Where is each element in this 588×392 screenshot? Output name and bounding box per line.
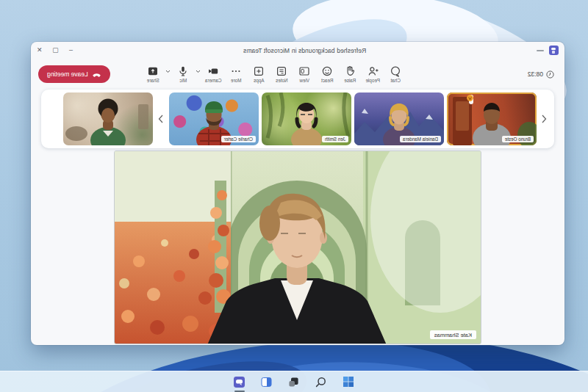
notes-icon [276, 65, 287, 77]
maximize-button[interactable]: ▢ [53, 47, 60, 54]
hang-up-phone-icon [92, 70, 101, 79]
participant-name-label: Jen Smith [322, 136, 348, 142]
notes-button[interactable]: Notes [271, 65, 293, 83]
search-icon [316, 377, 327, 388]
raise-hand-icon [344, 65, 356, 77]
leave-meeting-button[interactable]: Leave meeting [38, 65, 110, 83]
camera-icon [207, 65, 219, 77]
apps-icon [253, 65, 265, 77]
windows-start-icon [343, 376, 354, 388]
share-screen-icon [147, 65, 159, 77]
people-button[interactable]: People [362, 65, 384, 83]
participant-tile-daniela[interactable]: Daniela Mandera [354, 92, 444, 145]
clock-icon [546, 70, 554, 79]
participant-name-label: Daniela Mandera [400, 136, 441, 142]
window-title: Refreshed backgrounds in Microsoft Teams [73, 47, 537, 54]
teams-logo-icon [549, 46, 559, 55]
main-stage-video[interactable]: Kate Shammas [114, 150, 481, 344]
meeting-timer: 08:32 [528, 70, 554, 79]
chat-icon [390, 65, 401, 77]
teams-meeting-window: Refreshed backgrounds in Microsoft Teams… [31, 42, 564, 345]
widgets-icon [262, 377, 273, 388]
self-view-tile[interactable] [63, 92, 153, 145]
laughing-emoji-icon [467, 95, 473, 101]
speaker-name-label: Kate Shammas [430, 330, 476, 339]
widgets-button[interactable] [258, 373, 276, 391]
teams-chat-button[interactable] [231, 373, 248, 391]
task-view-button[interactable] [285, 373, 303, 391]
participant-tile-jen[interactable]: Jen Smith [262, 92, 351, 145]
titlebar: Refreshed backgrounds in Microsoft Teams… [31, 42, 564, 59]
mirrored-desktop: Refreshed backgrounds in Microsoft Teams… [0, 0, 588, 392]
participant-name-label: Charlie Carter [221, 136, 256, 142]
gallery-prev-chevron[interactable] [539, 109, 550, 128]
more-button[interactable]: More [226, 65, 247, 83]
stage-video-kate [114, 151, 481, 344]
search-button[interactable] [312, 373, 330, 391]
mic-icon [177, 65, 189, 77]
participant-tile-bruno[interactable]: Bruno Oeste [447, 92, 537, 145]
mic-dropdown-chevron[interactable] [165, 70, 171, 73]
view-button[interactable]: View [294, 65, 315, 83]
apps-button[interactable]: Apps [248, 65, 270, 83]
camera-dropdown-chevron[interactable] [196, 70, 201, 73]
view-layout-icon [298, 65, 310, 77]
chat-button[interactable]: Chat [385, 65, 406, 83]
react-smiley-icon [321, 65, 333, 77]
minimize-button[interactable]: – [69, 47, 73, 54]
people-icon [367, 65, 379, 77]
camera-button[interactable]: Camera [203, 65, 224, 83]
participant-gallery: Bruno Oeste Daniela Mandera [41, 90, 554, 148]
reaction-badge [469, 95, 473, 104]
raise-hand-button[interactable]: Raise [340, 65, 361, 83]
screenshot-root: Refreshed backgrounds in Microsoft Teams… [0, 0, 588, 392]
meeting-timer-value: 08:32 [528, 70, 543, 78]
more-ellipsis-icon [230, 65, 242, 77]
teams-chat-icon [234, 376, 246, 388]
react-button[interactable]: React [317, 65, 338, 83]
meeting-toolbar: 08:32 Chat People [31, 59, 564, 88]
participant-name-label: Bruno Oeste [502, 136, 534, 142]
self-video [63, 92, 153, 145]
gallery-next-chevron[interactable] [156, 109, 166, 128]
windows-taskbar [0, 371, 588, 392]
close-button[interactable]: ✕ [37, 47, 43, 54]
start-button[interactable] [340, 373, 357, 391]
toolbar-buttons: Chat People Raise [143, 65, 406, 83]
titlebar-dash-icon [537, 50, 544, 51]
mic-button[interactable]: Mic [173, 65, 194, 83]
task-view-icon [289, 377, 300, 388]
share-button[interactable]: Share [143, 65, 164, 83]
participant-tile-charlie[interactable]: Charlie Carter [169, 92, 259, 145]
